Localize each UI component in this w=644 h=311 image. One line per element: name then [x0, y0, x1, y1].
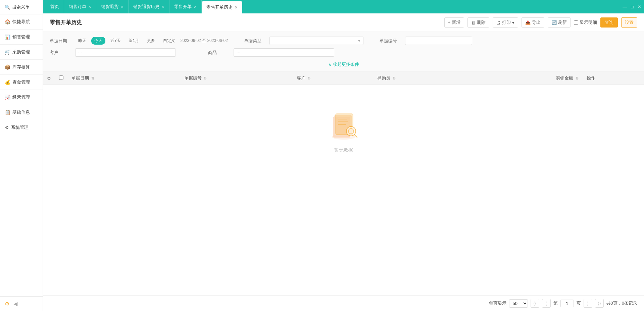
minimize-btn[interactable]: — [623, 4, 627, 9]
tab-sales-return-label: 销货退货 [101, 4, 118, 10]
prev-page-btn[interactable]: ⟨ [542, 299, 551, 308]
sidebar-item-label: 库存核算 [12, 64, 30, 70]
th-date-sort-icon[interactable]: ⇅ [91, 76, 94, 80]
tab-sales-return-close[interactable]: ✕ [120, 5, 123, 9]
order-no-input[interactable] [405, 37, 472, 45]
tab-sales-return-history-close[interactable]: ✕ [161, 5, 164, 9]
page-header: 零售开单历史 + 新增 🗑 删除 🖨 打印 ▾ 📤 导出 [43, 13, 644, 32]
data-table: ⚙ 单据日期 ⇅ 单据编号 ⇅ [43, 72, 644, 85]
refresh-button[interactable]: 🔄 刷新 [548, 17, 571, 28]
box-icon: 📦 [5, 64, 10, 70]
customer-select-dots: ··· [78, 50, 82, 55]
date-custom[interactable]: 自定义 [160, 37, 178, 45]
show-detail-checkbox[interactable] [574, 20, 578, 25]
th-customer-sort-icon[interactable]: ⇅ [308, 76, 311, 80]
delete-label: 删除 [477, 19, 486, 25]
product-select[interactable]: ··· [234, 48, 334, 57]
sidebar-item-basic-info[interactable]: 📋 基础信息 [0, 105, 43, 120]
collapse-sidebar-icon[interactable]: ◀ [13, 301, 17, 307]
sidebar-search-label: 搜索采单 [12, 4, 30, 10]
sidebar-item-purchase-mgmt[interactable]: 🛒 采购管理 [0, 45, 43, 60]
search-icon: 🔍 [5, 5, 10, 10]
type-select[interactable]: ▾ [269, 37, 363, 45]
export-icon: 📤 [525, 20, 531, 25]
sidebar-item-quick-nav[interactable]: 🏠 快捷导航 [0, 14, 43, 30]
tab-sales-return-history[interactable]: 销货退货历史 ✕ [129, 0, 169, 13]
customer-select[interactable]: ··· [75, 48, 176, 57]
date-more[interactable]: 更多 [144, 37, 158, 45]
last-page-btn[interactable]: ⟩⟩ [595, 299, 604, 308]
money-icon: 💰 [5, 80, 10, 85]
sidebar-item-sys-mgmt[interactable]: ⚙ 系统管理 [0, 120, 43, 135]
tab-home[interactable]: 首页 [46, 0, 64, 13]
empty-text: 暂无数据 [334, 147, 353, 153]
th-order-no[interactable]: 单据编号 ⇅ [180, 72, 293, 85]
sidebar-item-label: 采购管理 [12, 49, 30, 55]
th-customer[interactable]: 客户 ⇅ [293, 72, 373, 85]
print-arrow-icon: ▾ [512, 20, 514, 25]
tab-sales-order[interactable]: 销售订单 ✕ [64, 0, 96, 13]
close-btn[interactable]: ✕ [638, 4, 641, 9]
th-customer-label: 客户 [297, 75, 305, 81]
print-button[interactable]: 🖨 打印 ▾ [493, 17, 518, 28]
th-amount-sort-icon[interactable]: ⇅ [576, 76, 579, 80]
sidebar-item-sales-mgmt[interactable]: 📊 销售管理 [0, 30, 43, 45]
th-amount-label: 实销金额 [556, 75, 573, 81]
table-container: ⚙ 单据日期 ⇅ 单据编号 ⇅ [43, 72, 644, 295]
page-size-select[interactable]: 10 20 50 100 [509, 299, 528, 308]
th-date[interactable]: 单据日期 ⇅ [67, 72, 180, 85]
page-unit-label: 页 [577, 300, 581, 306]
tab-retail-history-label: 零售开单历史 [206, 4, 233, 10]
date-label: 单据日期 [50, 38, 70, 44]
filter-row-1: 单据日期 昨天 今天 近7天 近1月 更多 自定义 2023-06-02 至 2… [50, 37, 637, 45]
sidebar-search[interactable]: 🔍 搜索采单 [0, 0, 43, 14]
show-detail-label: 显示明细 [580, 19, 597, 25]
sidebar-item-finance[interactable]: 💰 资金管理 [0, 75, 43, 90]
tab-sales-return[interactable]: 销货退货 ✕ [96, 0, 129, 13]
doc-icon: 📋 [5, 110, 10, 115]
th-salesperson[interactable]: 导购员 ⇅ [373, 72, 470, 85]
show-detail-checkbox-label[interactable]: 显示明细 [574, 19, 597, 25]
tab-retail-history[interactable]: 零售开单历史 ✕ [202, 1, 242, 13]
date-yesterday[interactable]: 昨天 [75, 37, 89, 45]
th-settings[interactable]: ⚙ [43, 72, 55, 85]
date-7days[interactable]: 近7天 [107, 37, 124, 45]
sidebar-item-label: 系统管理 [11, 124, 29, 131]
tab-retail-open-close[interactable]: ✕ [194, 5, 197, 9]
date-today[interactable]: 今天 [91, 37, 105, 45]
toolbar: + 新增 🗑 删除 🖨 打印 ▾ 📤 导出 🔄 刷新 [444, 17, 637, 28]
query-button[interactable]: 查询 [600, 17, 618, 28]
add-button[interactable]: + 新增 [444, 17, 464, 28]
tab-retail-history-close[interactable]: ✕ [235, 5, 238, 10]
page-number-input[interactable] [560, 300, 574, 307]
print-icon: 🖨 [496, 20, 501, 25]
next-page-btn[interactable]: ⟩ [584, 299, 592, 308]
maximize-btn[interactable]: □ [631, 4, 634, 9]
tab-sales-order-close[interactable]: ✕ [88, 5, 91, 9]
delete-button[interactable]: 🗑 删除 [467, 17, 489, 28]
collapse-label: 收起更多条件 [333, 61, 359, 67]
print-label: 打印 [502, 19, 511, 25]
th-order-no-sort-icon[interactable]: ⇅ [204, 76, 207, 80]
first-page-btn[interactable]: ⟨⟨ [531, 299, 539, 308]
collapse-btn[interactable]: ∧ 收起更多条件 [50, 60, 637, 69]
operations-icon: 📈 [5, 95, 10, 100]
select-all-checkbox[interactable] [59, 75, 63, 80]
settings-icon[interactable]: ⚙ [5, 301, 9, 307]
date-1month[interactable]: 近1月 [126, 37, 142, 45]
th-amount[interactable]: 实销金额 ⇅ [470, 72, 583, 85]
table-settings-icon[interactable]: ⚙ [47, 76, 51, 81]
sidebar-item-operations[interactable]: 📈 经营管理 [0, 90, 43, 105]
tab-retail-open[interactable]: 零售开单 ✕ [169, 0, 202, 13]
sidebar-item-label: 资金管理 [12, 79, 30, 85]
th-order-no-label: 单据编号 [184, 75, 202, 81]
settings-button[interactable]: 设置 [621, 17, 637, 28]
tab-home-label: 首页 [50, 4, 59, 10]
th-action-label: 操作 [587, 75, 595, 81]
th-salesperson-sort-icon[interactable]: ⇅ [393, 76, 396, 80]
export-label: 导出 [532, 19, 541, 25]
tab-sales-return-history-label: 销货退货历史 [133, 4, 159, 10]
export-button[interactable]: 📤 导出 [522, 17, 544, 28]
th-checkbox[interactable] [55, 72, 67, 85]
sidebar-item-inventory[interactable]: 📦 库存核算 [0, 60, 43, 75]
